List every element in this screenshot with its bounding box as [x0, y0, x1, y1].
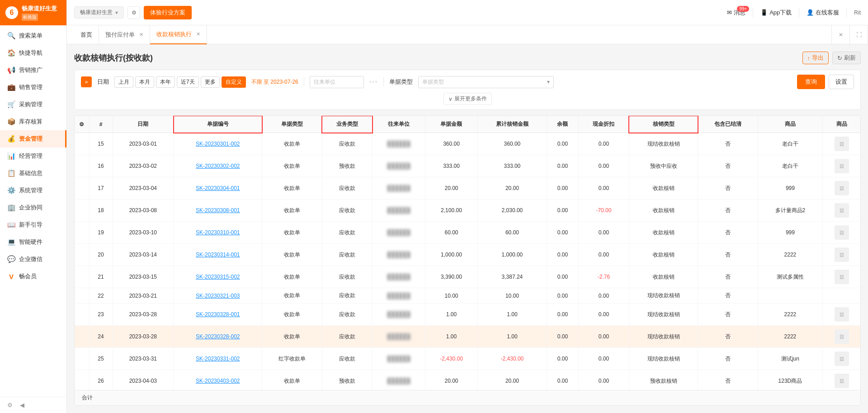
filter-date-label: 日期	[97, 78, 109, 86]
td-cell[interactable]: SK-20230328-002	[174, 326, 262, 348]
sidebar-item-wechat[interactable]: 💬 企业微信	[0, 251, 66, 268]
filter-this-year-btn[interactable]: 本年	[156, 76, 175, 88]
td-cell[interactable]: SK-20230403-002	[174, 370, 262, 390]
sidebar-item-purchase[interactable]: 🛒 采购管理	[0, 96, 66, 113]
td-cell: 20	[89, 244, 113, 266]
td-cell: 红字收款单	[262, 348, 322, 370]
td-cell[interactable]: SK-20230302-002	[174, 155, 262, 177]
td-checkbox	[75, 288, 89, 304]
settings-footer-btn[interactable]: ⚙	[7, 402, 13, 408]
data-table-container: ⚙ # 日期 单据编号 单据类型 业务类型 往来单位 单据金额 累计核销金额 余…	[74, 115, 861, 406]
filter-partner-field[interactable]: 往来单位	[310, 76, 364, 88]
th-goods: 商品	[758, 116, 823, 133]
td-checkbox	[75, 133, 89, 155]
tab-prepay[interactable]: 预付应付单 ✕	[99, 25, 150, 44]
td-cell: 0.00	[547, 155, 578, 177]
sidebar-item-finance[interactable]: 💰 资金管理	[0, 130, 66, 147]
tab-home[interactable]: 首页	[74, 25, 99, 44]
sidebar-item-search[interactable]: 🔍 搜索菜单	[0, 27, 66, 44]
sidebar-item-system[interactable]: ⚙️ 系统管理	[0, 182, 66, 199]
td-cell: 收款单	[262, 304, 322, 326]
sidebar-item-corp[interactable]: 🏢 企业协同	[0, 199, 66, 216]
query-button[interactable]: 查询	[797, 75, 825, 89]
filter-custom-btn[interactable]: 自定义	[222, 76, 246, 88]
td-cell: 2023-03-01	[113, 133, 174, 155]
goods-thumbnail: 🖼	[835, 329, 849, 344]
td-cell: 0.00	[547, 288, 578, 304]
td-cell[interactable]: SK-20230301-002	[174, 133, 262, 155]
filter-last-month-btn[interactable]: 上月	[114, 76, 133, 88]
td-cell: 🖼	[823, 370, 860, 390]
sidebar-item-marketing[interactable]: 📢 营销推广	[0, 62, 66, 79]
app-icon: 📱	[760, 9, 768, 16]
sidebar-item-hardware[interactable]: 💻 智能硬件	[0, 233, 66, 251]
filter-bar: » 日期 上月 本月 本年 近7天 更多 自定义 不限 至 2023-07-26…	[74, 70, 861, 110]
td-cell[interactable]: SK-20230321-003	[174, 288, 262, 304]
td-cell: 🖼	[823, 222, 860, 244]
filter-expand-arrow[interactable]: »	[81, 76, 92, 87]
filter-dots[interactable]: ···	[369, 78, 378, 86]
solution-button[interactable]: 体验行业方案	[144, 6, 192, 19]
td-cell: 应收款	[322, 199, 373, 222]
tab-collection-close[interactable]: ✕	[196, 31, 200, 37]
td-cell: 2023-03-10	[113, 222, 174, 244]
goods-thumbnail: 🖼	[835, 247, 849, 262]
tab-close-all-btn[interactable]: ✕	[832, 25, 850, 44]
td-cell: 0.00	[547, 222, 578, 244]
td-cell[interactable]: SK-20230315-002	[174, 266, 262, 288]
topbar-user: Rit	[854, 9, 861, 16]
th-no: #	[89, 116, 113, 133]
td-cell[interactable]: SK-20230310-001	[174, 222, 262, 244]
tab-prepay-close[interactable]: ✕	[139, 32, 143, 38]
table-scroll[interactable]: ⚙ # 日期 单据编号 单据类型 业务类型 往来单位 单据金额 累计核销金额 余…	[75, 116, 860, 390]
td-cell[interactable]: SK-20230328-001	[174, 304, 262, 326]
topbar-msg-btn[interactable]: ✉ 消息 99+	[727, 9, 745, 17]
filter-action-btns: 查询 设置	[797, 75, 854, 89]
sidebar-item-guide[interactable]: 📖 新手引导	[0, 216, 66, 233]
refresh-button[interactable]: ↻ 刷新	[832, 52, 861, 64]
th-date: 日期	[113, 116, 174, 133]
tab-collection[interactable]: 收款核销执行 ✕	[150, 25, 207, 44]
sidebar-item-member[interactable]: V 畅会员	[0, 268, 66, 285]
topbar-service-btn[interactable]: 👤 在线客服	[807, 9, 839, 17]
member-nav-icon: V	[7, 272, 15, 280]
collapse-footer-btn[interactable]: ◀	[20, 402, 24, 408]
filter-settings-button[interactable]: 设置	[829, 75, 854, 89]
content-area: 收款核销执行(按收款) ↑ 导出 ↻ 刷新 » 日期 上月	[67, 44, 868, 413]
topbar-divider1	[753, 8, 753, 17]
topbar-gear-btn[interactable]: ⚙	[127, 6, 140, 19]
sidebar-item-stock[interactable]: 📦 库存核算	[0, 113, 66, 130]
expand-conditions-btn[interactable]: ∨ 展开更多条件	[443, 93, 492, 105]
th-settings[interactable]: ⚙	[75, 116, 89, 133]
expand-icon: ∨	[448, 96, 453, 102]
sidebar-item-operation[interactable]: 📊 经营管理	[0, 147, 66, 165]
filter-this-month-btn[interactable]: 本月	[135, 76, 154, 88]
sidebar-item-quick[interactable]: 🏠 快捷导航	[0, 44, 66, 62]
td-cell[interactable]: SK-20230331-002	[174, 348, 262, 370]
td-cell: 老白干	[758, 155, 823, 177]
td-cell: 26	[89, 370, 113, 390]
td-cell: 否	[698, 177, 758, 199]
td-cell[interactable]: SK-20230314-001	[174, 244, 262, 266]
td-cell: 0.00	[547, 244, 578, 266]
td-cell[interactable]: SK-20230308-001	[174, 199, 262, 222]
sidebar-item-sales[interactable]: 💼 销售管理	[0, 79, 66, 96]
td-cell: 123D商品	[758, 370, 823, 390]
export-button[interactable]: ↑ 导出	[802, 52, 829, 64]
td-cell: 🖼	[823, 244, 860, 266]
td-cell: 2023-03-02	[113, 155, 174, 177]
td-cell: 收款核销	[629, 199, 698, 222]
filter-more-btn[interactable]: 更多	[201, 76, 220, 88]
td-cell: 999	[758, 177, 823, 199]
td-cell[interactable]: SK-20230304-001	[174, 177, 262, 199]
table-row: 262023-04-03SK-20230403-002收款单预收款██████2…	[75, 370, 860, 390]
filter-bill-type-select[interactable]: 单据类型 ▾	[418, 76, 554, 88]
td-cell: 否	[698, 133, 758, 155]
tab-maximize-btn[interactable]: ⛶	[850, 25, 868, 44]
sidebar-item-basic[interactable]: 📋 基础信息	[0, 165, 66, 182]
workspace-name[interactable]: 畅康道好生意 ▾	[74, 6, 124, 19]
wechat-nav-icon: 💬	[7, 255, 15, 263]
td-cell: 应收款	[322, 222, 373, 244]
filter-7days-btn[interactable]: 近7天	[177, 76, 199, 88]
topbar-app-btn[interactable]: 📱 App下载	[760, 9, 792, 17]
